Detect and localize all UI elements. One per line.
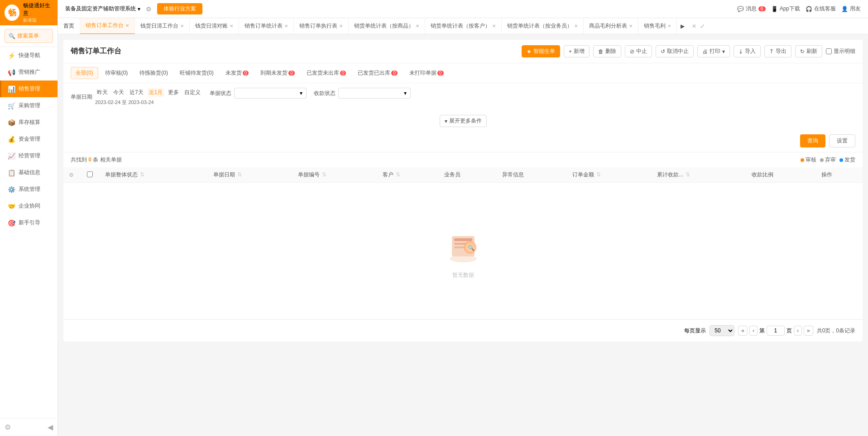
cancel-stop-button[interactable]: ↺ 取消中止 <box>656 45 694 57</box>
query-button[interactable]: 查询 <box>800 134 825 147</box>
page-first-button[interactable]: « <box>738 326 748 336</box>
sidebar-item-operations[interactable]: 📈 经营管理 <box>0 147 58 164</box>
shortcut-1month[interactable]: 近1月 <box>147 88 165 97</box>
tab-close-icon-8[interactable]: ✕ <box>574 24 578 28</box>
online-service-button[interactable]: 🎧 在线客服 <box>806 5 836 13</box>
tab-profit-analysis[interactable]: 商品毛利分析表 ✕ <box>584 18 638 34</box>
settings-bottom-icon[interactable]: ⚙ <box>5 423 11 431</box>
filter-tab-not-shipped[interactable]: 未发货0 <box>221 67 254 79</box>
tab-close-icon-10[interactable]: ✕ <box>667 24 671 28</box>
search-menu-button[interactable]: 🔍 搜索菜单 <box>5 29 53 43</box>
column-setting-icon[interactable]: ⚙ <box>69 172 74 178</box>
page-prev-button[interactable]: ‹ <box>749 326 758 336</box>
show-detail-checkbox-label[interactable]: 显示明细 <box>826 47 855 55</box>
sort-collected-icon[interactable]: ⇅ <box>686 171 690 178</box>
tab-overflow-button[interactable]: ▶ <box>677 23 688 29</box>
review-button[interactable]: 审核 <box>801 156 816 164</box>
tab-close-icon-6[interactable]: ✕ <box>416 24 419 28</box>
refresh-button[interactable]: ↻ 刷新 <box>795 45 822 57</box>
filter-tab-shipped-out[interactable]: 已发货已出库0 <box>353 67 403 79</box>
tab-close-icon-2[interactable]: ✕ <box>180 24 184 28</box>
tab-close-icon-4[interactable]: ✕ <box>284 24 288 28</box>
sidebar-item-purchase[interactable]: 🛒 采购管理 <box>0 97 58 114</box>
setting-button[interactable]: 设置 <box>829 134 855 147</box>
sidebar-item-guide[interactable]: 🎯 新手引导 <box>0 214 58 231</box>
tab-close-icon[interactable]: ✕ <box>125 23 129 28</box>
tab-sales-more[interactable]: 销售毛利 ✕ <box>638 18 677 34</box>
tab-action-maximize[interactable]: ⤢ <box>700 23 705 29</box>
app-download-button[interactable]: 📱 App下载 <box>771 5 800 13</box>
sidebar-item-finance[interactable]: 💰 资金管理 <box>0 131 58 147</box>
filter-tab-not-printed[interactable]: 未打印单据0 <box>404 67 449 79</box>
delete-button[interactable]: 🗑 删除 <box>593 45 621 57</box>
sort-status-icon[interactable]: ⇅ <box>140 171 144 178</box>
col-status: 单据整体状态 ⇅ <box>100 167 208 183</box>
settings-icon[interactable]: ⚙ <box>146 5 152 13</box>
filter-tab-pending-inspect[interactable]: 待拣验货(0) <box>134 67 173 79</box>
shortcut-7days[interactable]: 近7天 <box>128 88 145 97</box>
filter-tab-pending-review[interactable]: 待审核(0) <box>100 67 133 79</box>
user-menu-button[interactable]: 👤 用友 <box>841 5 861 13</box>
sidebar-item-sales[interactable]: 📊 销售管理 <box>0 81 58 97</box>
message-button[interactable]: 💬 消息 6 <box>737 5 766 13</box>
page-input[interactable] <box>767 326 785 336</box>
export-button[interactable]: ⤒ 导出 <box>764 45 791 57</box>
add-button[interactable]: + 新增 <box>564 45 590 57</box>
filter-tab-shipped-not-out[interactable]: 已发货未出库0 <box>302 67 351 79</box>
tab-close-icon-9[interactable]: ✕ <box>629 24 633 28</box>
sidebar-item-basic-info[interactable]: 📋 基础信息 <box>0 164 58 181</box>
tab-sales-exec[interactable]: 销售订单执行表 ✕ <box>294 18 349 34</box>
sort-customer-icon[interactable]: ⇅ <box>396 171 400 178</box>
stop-button[interactable]: ⊘ 中止 <box>625 45 652 57</box>
sort-amount-icon[interactable]: ⇅ <box>596 171 601 178</box>
shortcut-yesterday[interactable]: 昨天 <box>95 88 110 97</box>
sidebar-item-system[interactable]: ⚙️ 系统管理 <box>0 181 58 198</box>
sidebar-item-cooperation[interactable]: 🤝 企业协同 <box>0 198 58 214</box>
print-button[interactable]: 🖨 打印 ▾ <box>697 45 730 57</box>
tab-cash-reconcile[interactable]: 钱货日清对账 ✕ <box>190 18 239 34</box>
shortcut-more[interactable]: 更多 <box>166 88 181 97</box>
per-page-select[interactable]: 50 20 100 <box>710 325 734 336</box>
tab-sales-by-staff[interactable]: 销货单统计表（按业务员） ✕ <box>502 18 584 34</box>
sidebar-item-quick-nav[interactable]: ⚡ 快捷导航 <box>0 47 58 64</box>
industry-plan-button[interactable]: 体验行业方案 <box>157 3 202 14</box>
sort-date-icon[interactable]: ⇅ <box>237 171 242 178</box>
smart-create-button[interactable]: ★ 智能生单 <box>522 45 560 57</box>
shortcut-custom[interactable]: 自定义 <box>182 88 202 97</box>
sort-number-icon[interactable]: ⇅ <box>322 171 326 178</box>
show-detail-checkbox[interactable] <box>826 48 832 54</box>
page-last-button[interactable]: » <box>804 326 813 336</box>
import-button[interactable]: ⤓ 导入 <box>734 45 761 57</box>
tab-sales-stat[interactable]: 销售订单统计表 ✕ <box>239 18 294 34</box>
select-all-checkbox[interactable] <box>87 171 93 177</box>
filter-tab-all[interactable]: 全部(0) <box>71 67 98 79</box>
system-title-dropdown[interactable]: 装备及固定资产辅助管理系统 ▾ <box>65 5 140 13</box>
tab-home[interactable]: 首页 <box>58 18 80 34</box>
filter-tab-wangpu[interactable]: 旺铺待发货(0) <box>175 67 219 79</box>
operations-icon: 📈 <box>8 152 15 160</box>
col-setting: ⚙ <box>63 167 82 183</box>
tab-close-icon-3[interactable]: ✕ <box>230 24 233 28</box>
tab-sales-by-product[interactable]: 销货单统计表（按商品） ✕ <box>349 18 425 34</box>
expand-conditions-button[interactable]: ▾ 展开更多条件 <box>440 115 487 127</box>
tab-sales-workbench[interactable]: 销售订单工作台 ✕ <box>80 18 135 34</box>
sidebar-item-marketing[interactable]: 📢 营销推广 <box>0 64 58 81</box>
page-next-button[interactable]: › <box>794 326 802 336</box>
filter-tab-overdue[interactable]: 到期未发货0 <box>255 67 300 79</box>
collapse-icon[interactable]: ◀ <box>48 423 53 431</box>
tab-close-icon-7[interactable]: ✕ <box>492 24 496 28</box>
tab-cash-daily[interactable]: 钱货日清工作台 ✕ <box>135 18 190 34</box>
payment-select[interactable]: ▾ <box>338 88 411 99</box>
tab-bar: 首页 销售订单工作台 ✕ 钱货日清工作台 ✕ 钱货日清对账 ✕ 销售订单统计表 … <box>58 18 868 34</box>
sidebar-item-inventory[interactable]: 📦 库存核算 <box>0 114 58 131</box>
ship-button[interactable]: 发货 <box>839 156 855 164</box>
cancel-review-button[interactable]: 弃审 <box>820 156 836 164</box>
svg-text:🔍: 🔍 <box>468 244 475 251</box>
tab-sales-by-customer[interactable]: 销货单统计表（按客户） ✕ <box>425 18 502 34</box>
purchase-icon: 🛒 <box>8 102 15 109</box>
tab-action-close-all[interactable]: ✕ <box>692 23 696 29</box>
status-select[interactable]: ▾ <box>234 88 307 99</box>
tab-close-icon-5[interactable]: ✕ <box>339 24 343 28</box>
shortcut-today[interactable]: 今天 <box>111 88 126 97</box>
col-number: 单据编号 ⇅ <box>293 167 377 183</box>
